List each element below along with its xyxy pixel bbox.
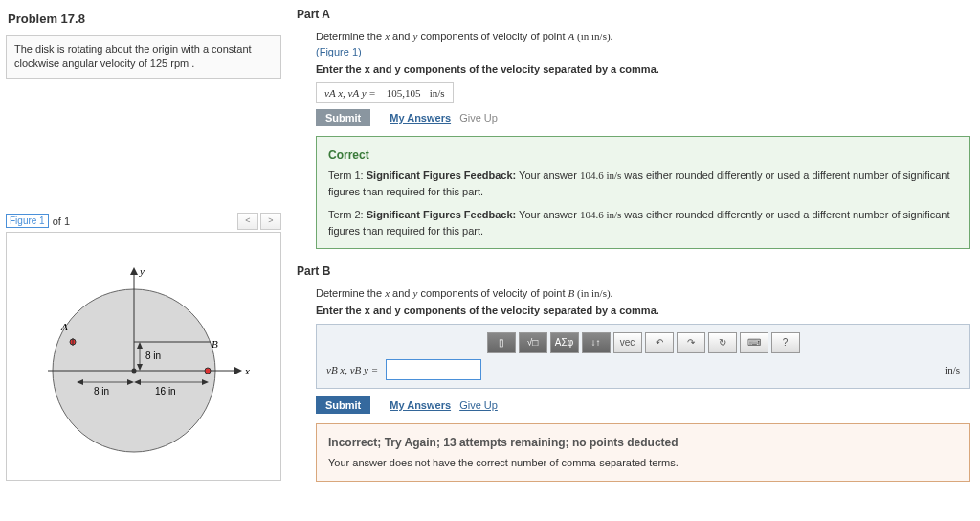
figure-select[interactable]: Figure 1	[6, 214, 49, 228]
part-a-submit-button[interactable]: Submit	[316, 109, 370, 126]
part-b-feedback-head: Incorrect; Try Again; 13 attempts remain…	[328, 434, 958, 451]
part-a-prompt: Determine the x and y components of velo…	[316, 31, 970, 42]
part-b-submit-button[interactable]: Submit	[316, 396, 370, 414]
pa-t2a: Your answer	[516, 209, 580, 220]
pa-mid: and	[390, 31, 412, 42]
part-b-feedback: Incorrect; Try Again; 13 attempts remain…	[316, 423, 970, 482]
dim-8in-horizontal: 8 in	[94, 386, 109, 396]
pb-u: (in in/s).	[574, 287, 612, 299]
pa-prefix: vA x, vA y =	[324, 87, 376, 99]
axis-x-label: x	[244, 365, 250, 376]
pa-t2l: Term 2:	[328, 209, 367, 220]
part-b-my-answers-link[interactable]: My Answers	[390, 399, 451, 411]
pa-sfl2: Significant Figures Feedback:	[367, 209, 516, 220]
part-b-instruction: Enter the x and y components of the velo…	[316, 305, 970, 316]
pa-value: 105,105	[387, 87, 421, 99]
tb-keyboard-icon[interactable]: ⌨	[740, 332, 768, 353]
figure-next-button[interactable]: >	[260, 213, 281, 230]
dim-8in-vertical: 8 in	[145, 351, 161, 361]
dim-16in: 16 in	[155, 386, 176, 396]
part-a-feedback: Correct Term 1: Significant Figures Feed…	[316, 136, 970, 249]
tb-vec-button[interactable]: vec	[613, 332, 642, 353]
tb-undo-icon[interactable]: ↶	[645, 332, 674, 353]
figure-of-label: of 1	[53, 215, 70, 227]
pb-pre: Determine the	[316, 287, 385, 299]
figure-nav-bar: Figure 1 of 1 < >	[6, 213, 281, 230]
part-b-input-panel: ▯ √□ ΑΣφ ↓↑ vec ↶ ↷ ↻ ⌨ ? vB x, vB y = i…	[316, 324, 970, 389]
part-a-feedback-head: Correct	[328, 147, 958, 164]
part-a-title: Part A	[297, 8, 970, 21]
part-a-give-up-link[interactable]: Give Up	[459, 112, 498, 124]
part-a-answer-display: vA x, vA y = 105,105 in/s	[316, 82, 454, 103]
pa-units: in/s	[430, 87, 445, 99]
part-b-feedback-body: Your answer does not have the correct nu…	[328, 455, 958, 471]
pa-post: components of velocity of point	[417, 31, 568, 42]
tb-reset-icon[interactable]: ↻	[708, 332, 737, 353]
math-toolbar: ▯ √□ ΑΣφ ↓↑ vec ↶ ↷ ↻ ⌨ ?	[326, 332, 960, 353]
part-b-prompt: Determine the x and y components of velo…	[316, 287, 970, 299]
figure-canvas: y x A B 8 in 8 in 16 in	[6, 232, 281, 481]
problem-description: The disk is rotating about the origin wi…	[6, 35, 281, 79]
pb-units: in/s	[945, 364, 960, 375]
part-a-instruction: Enter the x and y components of the velo…	[316, 63, 970, 75]
tb-redo-icon[interactable]: ↷	[677, 332, 705, 353]
svg-point-6	[205, 368, 211, 374]
axis-y-label: y	[139, 265, 145, 277]
tb-sqrt-icon[interactable]: √□	[519, 332, 547, 353]
pa-t1v: 104.6 in/s	[580, 170, 621, 181]
problem-desc-text: The disk is rotating about the origin wi…	[14, 43, 252, 69]
pa-u: (in in/s).	[574, 31, 612, 42]
tb-subscript-icon[interactable]: ↓↑	[582, 332, 611, 353]
tb-template-icon[interactable]: ▯	[487, 332, 516, 353]
part-a-my-answers-link[interactable]: My Answers	[390, 112, 451, 124]
svg-point-4	[132, 368, 137, 373]
problem-title: Problem 17.8	[6, 6, 281, 35]
pb-mid: and	[390, 287, 412, 299]
part-b-give-up-link[interactable]: Give Up	[459, 399, 498, 411]
pa-t1a: Your answer	[516, 170, 580, 181]
pa-pre: Determine the	[316, 31, 385, 42]
pa-t1l: Term 1:	[328, 170, 367, 181]
figure-prev-button[interactable]: <	[237, 213, 258, 230]
tb-greek-icon[interactable]: ΑΣφ	[550, 332, 579, 353]
tb-help-icon[interactable]: ?	[771, 332, 800, 353]
pa-sfl1: Significant Figures Feedback:	[367, 170, 516, 181]
part-b-title: Part B	[297, 264, 970, 278]
point-b-label: B	[212, 338, 218, 350]
svg-marker-9	[234, 367, 242, 374]
pb-post: components of velocity of point	[417, 287, 568, 299]
figure-link-a[interactable]: (Figure 1)	[316, 46, 362, 57]
svg-marker-8	[130, 267, 138, 275]
part-b-answer-input[interactable]	[386, 359, 481, 380]
pa-t2v: 104.6 in/s	[580, 209, 621, 220]
point-a-label: A	[60, 321, 68, 332]
pb-prefix: vB x, vB y =	[326, 364, 378, 375]
